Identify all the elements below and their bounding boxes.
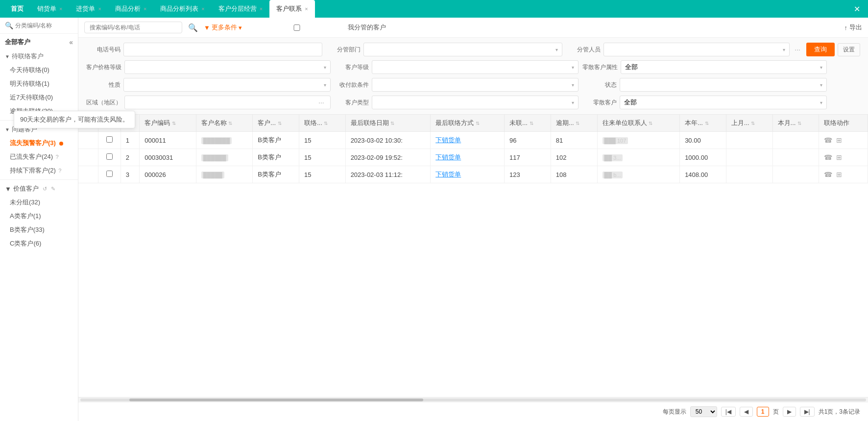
last-month-column-header[interactable]: 上月... ⇅: [726, 115, 772, 132]
next-page-button[interactable]: ▶: [783, 407, 796, 417]
unit-contact-column-header[interactable]: 往来单位联系人 ⇅: [597, 115, 680, 132]
settings-button[interactable]: 设置: [838, 43, 860, 56]
region-select[interactable]: ···: [124, 96, 331, 109]
row1-checkbox[interactable]: [98, 132, 121, 149]
sidebar-group-value[interactable]: ▼ 价值客户 ↺ ✎: [0, 182, 78, 196]
sidebar-item-class-b[interactable]: B类客户(33): [0, 223, 78, 237]
sidebar-item-declining[interactable]: 持续下滑客户(2) ?: [0, 164, 78, 177]
row1-last-way[interactable]: 下销货单: [431, 132, 505, 149]
last-way-column-header[interactable]: 最后联络方式 ⇅: [431, 115, 505, 132]
tab-customer-layer-close[interactable]: ×: [260, 6, 263, 12]
query-button[interactable]: 查询: [806, 43, 835, 56]
row3-checkbox[interactable]: [98, 166, 121, 183]
last-page-button[interactable]: ▶|: [800, 407, 815, 417]
tab-goods-list[interactable]: 商品分析列表 ×: [153, 0, 211, 18]
tab-sales-close[interactable]: ×: [59, 6, 62, 12]
my-customers-checkbox-label[interactable]: 我分管的客户: [248, 23, 386, 32]
sidebar-item-class-c[interactable]: C类客户(6): [0, 237, 78, 250]
value-group-edit-icon[interactable]: ✎: [51, 186, 55, 192]
row1-name: ███████: [196, 132, 252, 149]
row2-last-date: 2023-02-09 19:52:: [345, 149, 431, 166]
tab-goods-list-close[interactable]: ×: [201, 6, 204, 12]
sidebar-item-churned[interactable]: 已流失客户(24) ?: [0, 150, 78, 164]
per-page-select[interactable]: 50 100 200: [690, 406, 717, 417]
cust-type-select[interactable]: ▾: [372, 96, 579, 109]
sidebar-group-pending[interactable]: ▼ 待联络客户: [0, 50, 78, 63]
sidebar-item-today[interactable]: 今天待联络(0): [0, 63, 78, 77]
row1-more-icon[interactable]: ⊞: [836, 136, 842, 144]
this-year-column-header[interactable]: 本年... ⇅: [680, 115, 726, 132]
export-button[interactable]: ↑ 导出: [844, 23, 863, 32]
overdue-column-header[interactable]: 逾期... ⇅: [551, 115, 597, 132]
scrollbar-track[interactable]: [80, 398, 866, 401]
row3-last-month: [726, 166, 772, 183]
sidebar-item-class-a[interactable]: A类客户(1): [0, 209, 78, 223]
row3-contact-icon[interactable]: ☎: [824, 171, 832, 178]
sidebar-search-input[interactable]: [15, 22, 73, 29]
type-column-header[interactable]: 客户... ⇅: [253, 115, 299, 132]
sidebar-item-tomorrow[interactable]: 明天待联络(1): [0, 77, 78, 91]
code-column-header[interactable]: 客户编码 ⇅: [140, 115, 196, 132]
tab-goods-analysis-close[interactable]: ×: [144, 6, 146, 12]
retail-attr-select[interactable]: 全部 ▾: [621, 60, 827, 74]
cust-grade-select[interactable]: ▾: [372, 60, 579, 74]
filter-icon: ▼: [204, 24, 210, 31]
last-date-column-header[interactable]: 最后联络日期 ⇅: [345, 115, 431, 132]
no-contact-column-header[interactable]: 未联... ⇅: [505, 115, 551, 132]
tab-goods-analysis-label: 商品分析: [115, 4, 141, 13]
region-label: 区域（地区）: [86, 99, 121, 107]
per-page-label: 每页显示: [663, 408, 686, 416]
status-select[interactable]: ▾: [620, 78, 827, 92]
action-header-label: 联络动作: [824, 119, 849, 126]
sidebar-item-7days[interactable]: 近7天待联络(0): [0, 91, 78, 104]
window-close-button[interactable]: ✕: [850, 4, 864, 14]
scrollbar-thumb[interactable]: [129, 398, 423, 401]
tab-customer-contact[interactable]: 客户联系 ×: [269, 0, 314, 18]
this-month-column-header[interactable]: 本月... ⇅: [772, 115, 819, 132]
current-page-number: 1: [757, 407, 769, 417]
grade-caret-icon: ▾: [572, 65, 574, 70]
retail-cust-select[interactable]: 全部 ▾: [620, 96, 827, 109]
person-more-icon[interactable]: ···: [793, 46, 802, 53]
retail-attr-caret-icon: ▾: [820, 65, 822, 70]
contact-column-header[interactable]: 联络... ⇅: [299, 115, 345, 132]
prev-page-button[interactable]: ◀: [740, 407, 753, 417]
row3-last-way[interactable]: 下销货单: [431, 166, 505, 183]
region-more-icon[interactable]: ···: [316, 99, 326, 106]
person-select[interactable]: ▾: [603, 43, 790, 56]
tab-goods-analysis[interactable]: 商品分析 ×: [108, 0, 153, 18]
tab-home[interactable]: 首页: [4, 0, 30, 18]
payment-select[interactable]: ▾: [372, 78, 579, 92]
name-column-header[interactable]: 客户名称 ⇅: [196, 115, 252, 132]
search-input[interactable]: [84, 22, 182, 33]
row2-contact-icon[interactable]: ☎: [824, 153, 832, 161]
name-sort-icon: ⇅: [228, 121, 232, 126]
row1-contact-icon[interactable]: ☎: [824, 136, 832, 144]
dept-select[interactable]: ▾: [363, 43, 562, 56]
phone-input[interactable]: [123, 43, 322, 56]
my-customers-checkbox[interactable]: [248, 25, 346, 31]
row3-more-icon[interactable]: ⊞: [836, 171, 842, 178]
tab-sales[interactable]: 销货单 ×: [30, 0, 69, 18]
customer-table: ⚙ 客户编码 ⇅ 客户名称 ⇅ 客户... ⇅: [78, 115, 868, 183]
tab-purchase-close[interactable]: ×: [98, 6, 101, 12]
row2-last-way[interactable]: 下销货单: [431, 149, 505, 166]
row2-checkbox[interactable]: [98, 149, 121, 166]
caret-icon: ▾: [239, 24, 242, 31]
sidebar-item-churn-warning[interactable]: 流失预警客户(3): [0, 136, 78, 150]
horizontal-scrollbar[interactable]: [78, 397, 868, 402]
value-group-refresh-icon[interactable]: ↺: [43, 186, 47, 192]
row2-more-icon[interactable]: ⊞: [836, 153, 842, 161]
sidebar-item-ungrouped[interactable]: 未分组(32): [0, 196, 78, 209]
tab-purchase[interactable]: 进货单 ×: [69, 0, 108, 18]
nature-select[interactable]: ▾: [123, 78, 331, 92]
filter-department: 分管部门 ▾: [326, 43, 562, 56]
tab-customer-contact-close[interactable]: ×: [305, 6, 308, 12]
more-conditions-button[interactable]: ▼ 更多条件 ▾: [204, 23, 242, 32]
search-button[interactable]: 🔍: [188, 23, 198, 32]
tab-customer-layer[interactable]: 客户分层经营 ×: [212, 0, 269, 18]
last-way-sort-icon: ⇅: [476, 121, 480, 126]
first-page-button[interactable]: |◀: [721, 407, 736, 417]
sidebar-collapse-icon[interactable]: «: [69, 38, 73, 46]
price-level-select[interactable]: ▾: [124, 60, 331, 74]
